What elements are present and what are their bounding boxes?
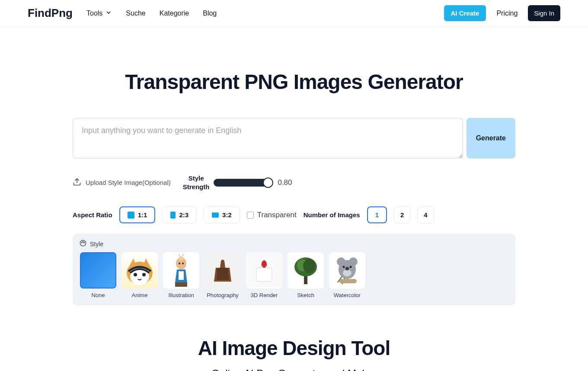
svg-rect-14 xyxy=(179,271,184,280)
style-watercolor[interactable]: Watercolor xyxy=(329,252,366,298)
transparent-toggle[interactable]: Transparent xyxy=(247,211,297,219)
controls-row-1: Upload Style Image(Optional) Style Stren… xyxy=(73,174,515,191)
palette-icon xyxy=(80,240,86,248)
aspect-ratio-3-2[interactable]: 3:2 xyxy=(204,206,240,223)
nav-suche[interactable]: Suche xyxy=(126,10,145,17)
style-none-thumb xyxy=(80,252,116,289)
style-header: Style xyxy=(80,240,508,248)
style-strength-slider[interactable] xyxy=(214,179,273,187)
svg-point-7 xyxy=(134,273,137,276)
num-images-2[interactable]: 2 xyxy=(394,206,410,223)
nav-kategorie[interactable]: Kategorie xyxy=(160,10,189,17)
style-none[interactable]: None xyxy=(80,252,117,298)
section-subtitle: Online AI Png Generator and Maker xyxy=(73,368,515,371)
upload-label: Upload Style Image(Optional) xyxy=(86,179,171,186)
svg-point-28 xyxy=(350,266,352,268)
styles-row: None Anime Illustration Photography xyxy=(80,252,508,298)
aspect-ratio-label: Aspect Ratio xyxy=(73,211,112,219)
style-strength-control: Style Strength 0.80 xyxy=(183,174,292,191)
aspect-ratio-1-1[interactable]: 1:1 xyxy=(119,206,156,223)
style-strength-label: Style Strength xyxy=(183,174,210,191)
svg-point-21 xyxy=(303,259,315,273)
style-anime-thumb xyxy=(121,252,158,289)
nav-tools-label: Tools xyxy=(86,10,102,17)
style-3d-render-thumb xyxy=(246,252,282,289)
style-sketch[interactable]: Sketch xyxy=(287,252,324,298)
num-images-1[interactable]: 1 xyxy=(367,206,387,223)
svg-point-11 xyxy=(181,256,183,260)
header: FindPng Tools Suche Kategorie Blog AI Cr… xyxy=(0,0,588,27)
input-row: Generate xyxy=(73,118,515,159)
number-of-images-label: Number of Images xyxy=(304,211,360,219)
style-sketch-thumb xyxy=(288,252,324,289)
generate-button[interactable]: Generate xyxy=(467,118,515,159)
chevron-down-icon xyxy=(105,9,112,18)
style-panel: Style None Anime Illustration xyxy=(73,234,515,305)
page-title: Transparent PNG Images Generator xyxy=(73,70,515,94)
upload-icon xyxy=(73,178,81,187)
nav-tools[interactable]: Tools xyxy=(86,9,112,18)
style-illustration-thumb xyxy=(163,252,199,289)
style-illustration[interactable]: Illustration xyxy=(163,252,200,298)
svg-point-26 xyxy=(345,267,349,270)
num-images-4[interactable]: 4 xyxy=(417,206,434,223)
upload-style-image[interactable]: Upload Style Image(Optional) xyxy=(73,178,171,187)
svg-point-24 xyxy=(349,257,358,266)
checkbox-icon xyxy=(247,212,254,219)
controls-row-2: Aspect Ratio 1:1 2:3 3:2 Transparent Num… xyxy=(73,206,515,223)
nav-left: FindPng Tools Suche Kategorie Blog xyxy=(28,6,217,20)
style-header-label: Style xyxy=(90,241,103,247)
svg-point-23 xyxy=(337,257,345,266)
signin-button[interactable]: Sign In xyxy=(528,5,560,21)
nav-right: AI Create Pricing Sign In xyxy=(444,5,560,21)
main: Transparent PNG Images Generator Generat… xyxy=(73,27,515,371)
svg-point-25 xyxy=(343,270,352,276)
svg-rect-29 xyxy=(339,279,357,283)
style-photography-thumb xyxy=(205,252,241,289)
style-strength-value: 0.80 xyxy=(278,178,292,187)
svg-rect-16 xyxy=(256,268,272,282)
section-title: AI Image Design Tool xyxy=(73,336,515,360)
svg-point-12 xyxy=(179,263,180,264)
svg-point-4 xyxy=(84,242,85,243)
svg-point-8 xyxy=(142,273,146,276)
pricing-link[interactable]: Pricing xyxy=(496,10,518,17)
svg-point-3 xyxy=(83,241,83,242)
style-photography[interactable]: Photography xyxy=(204,252,241,298)
svg-point-2 xyxy=(82,242,83,243)
style-anime[interactable]: Anime xyxy=(121,252,158,298)
svg-point-27 xyxy=(343,266,345,268)
svg-point-13 xyxy=(182,263,184,264)
aspect-ratio-2-3[interactable]: 2:3 xyxy=(162,206,197,223)
logo[interactable]: FindPng xyxy=(28,6,73,20)
prompt-input[interactable] xyxy=(73,118,463,159)
transparent-label: Transparent xyxy=(257,211,297,219)
ai-create-button[interactable]: AI Create xyxy=(444,5,486,21)
style-watercolor-thumb xyxy=(329,252,365,289)
svg-rect-15 xyxy=(175,282,187,287)
style-3d-render[interactable]: 3D Render xyxy=(246,252,283,298)
svg-point-17 xyxy=(262,264,266,268)
nav-blog[interactable]: Blog xyxy=(203,10,217,17)
